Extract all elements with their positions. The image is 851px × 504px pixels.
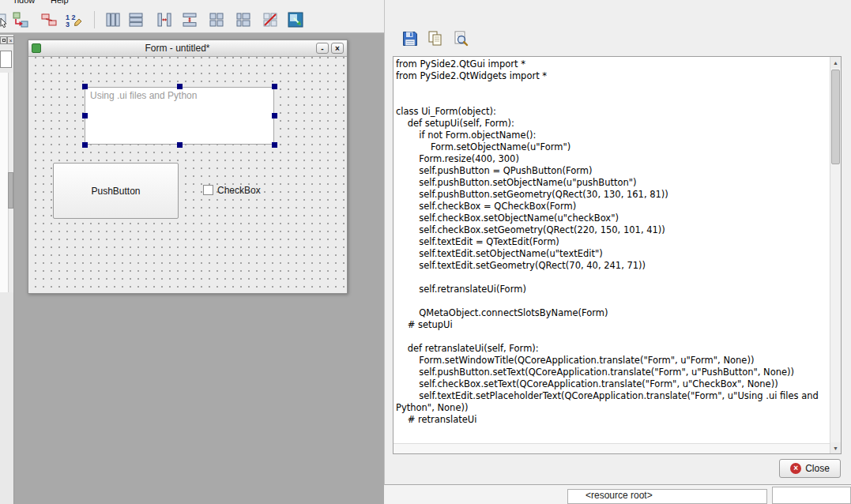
main-toolbar: ndow Help 1 23: [0, 0, 384, 33]
svg-text:3: 3: [66, 21, 70, 28]
layout-form-icon[interactable]: [233, 9, 254, 30]
edit-tab-order-icon[interactable]: 1 23: [64, 9, 85, 30]
float-icon: [2, 39, 6, 42]
find-icon[interactable]: [450, 28, 471, 49]
selection-handle[interactable]: [272, 84, 277, 89]
selection-handle[interactable]: [82, 113, 88, 118]
close-icon: ×: [790, 463, 801, 474]
code-text[interactable]: from PySide2.QtGui import * from PySide2…: [396, 58, 830, 442]
dock-scrollbar-thumb[interactable]: [8, 172, 13, 209]
layout-horizontal-splitter-icon[interactable]: [154, 9, 175, 30]
layout-grid-icon[interactable]: [206, 9, 227, 30]
scroll-up-icon[interactable]: ▲: [830, 57, 841, 68]
selection-handle[interactable]: [177, 84, 183, 89]
selection-handle[interactable]: [82, 84, 88, 89]
dock-close-button[interactable]: ×: [7, 36, 14, 44]
form-close-button[interactable]: ×: [331, 43, 344, 54]
form-window-title: Form - untitled*: [41, 43, 314, 54]
selection-handle[interactable]: [272, 113, 277, 118]
form-editor-window: Form - untitled* - × Using .ui files and…: [28, 39, 348, 294]
checkbox-box[interactable]: [203, 185, 213, 195]
pushbutton-widget[interactable]: PushButton: [53, 163, 179, 219]
form-minimize-button[interactable]: -: [316, 43, 329, 54]
break-layout-icon[interactable]: [260, 9, 281, 30]
edit-signals-slots-icon[interactable]: [10, 9, 31, 30]
checkbox-label: CheckBox: [217, 185, 261, 196]
close-button[interactable]: × Close: [779, 459, 841, 478]
menubar: ndow Help: [0, 0, 384, 6]
resource-root-item[interactable]: <resource root>: [586, 490, 653, 501]
layout-horizontal-icon[interactable]: [103, 9, 123, 30]
layout-vertical-splitter-icon[interactable]: [179, 9, 200, 30]
checkbox-widget[interactable]: CheckBox: [203, 184, 261, 196]
adjust-size-icon[interactable]: [285, 9, 306, 30]
resource-side-panel: [772, 487, 851, 504]
copy-icon[interactable]: [424, 28, 446, 49]
code-preview-dialog: from PySide2.QtGui import * from PySide2…: [384, 0, 851, 485]
widget-filter-input[interactable]: [0, 51, 12, 68]
menu-window[interactable]: ndow: [14, 0, 35, 5]
menu-help[interactable]: Help: [51, 0, 69, 5]
save-icon[interactable]: [399, 28, 420, 49]
selection-handle[interactable]: [82, 142, 88, 148]
selection-handle[interactable]: [177, 142, 183, 148]
horizontal-scrollbar[interactable]: [393, 443, 830, 453]
selection-handle[interactable]: [272, 142, 277, 148]
close-button-label: Close: [805, 463, 830, 474]
edit-buddies-icon[interactable]: [39, 9, 59, 30]
scrollbar-thumb[interactable]: [831, 70, 840, 164]
form-window-icon: [32, 43, 41, 53]
vertical-scrollbar[interactable]: ▲ ▼: [830, 57, 841, 453]
form-window-titlebar[interactable]: Form - untitled* - ×: [28, 40, 347, 57]
form-canvas[interactable]: Using .ui files and Python PushButton Ch…: [28, 57, 347, 293]
mdi-area: ndow Help 1 23: [0, 0, 384, 504]
dock-float-button[interactable]: [0, 36, 7, 44]
resource-browser[interactable]: <resource root>: [567, 489, 767, 504]
layout-vertical-icon[interactable]: [126, 9, 146, 30]
code-view[interactable]: from PySide2.QtGui import * from PySide2…: [393, 56, 842, 454]
textedit-widget[interactable]: Using .ui files and Python: [85, 87, 274, 145]
widget-box-dock-fragment: ×: [0, 35, 14, 504]
toolbar-separator: [94, 11, 95, 28]
scroll-down-icon[interactable]: ▼: [830, 442, 841, 453]
